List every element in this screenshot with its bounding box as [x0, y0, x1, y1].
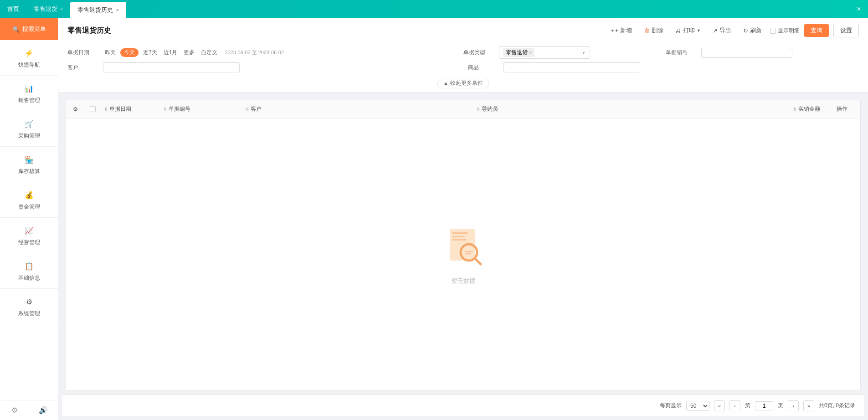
- sidebar-search-label: 搜索菜单: [22, 25, 46, 33]
- page-label: 第: [745, 402, 750, 410]
- svg-rect-2: [452, 236, 465, 237]
- print-label: 打印: [683, 26, 695, 35]
- doc-type-tag: 零售退货 ×: [503, 48, 535, 57]
- sidebar-item-system-label: 系统管理: [18, 310, 40, 318]
- content-area: 零售退货历史 + + 新增 🗑 删除 🖨 打印 ▼: [58, 18, 868, 420]
- settings-button[interactable]: 设置: [833, 24, 859, 37]
- col-number[interactable]: ⇅ 单据编号: [160, 105, 242, 113]
- sidebar-item-base[interactable]: 📋 基础信息: [0, 253, 58, 289]
- col-guide[interactable]: ⇅ 导购员: [473, 105, 546, 113]
- col-customer[interactable]: ⇅ 客户: [242, 105, 473, 113]
- svg-rect-1: [452, 232, 468, 234]
- display-toggle[interactable]: 显示明细: [770, 27, 800, 35]
- item-select[interactable]: ...: [503, 62, 640, 72]
- shortcut-today[interactable]: 今天: [120, 48, 139, 57]
- filter-row-2: 客户 ... 商品 ...: [67, 62, 859, 72]
- page-size-select[interactable]: 50 10 20 100: [686, 401, 709, 411]
- doc-number-input[interactable]: [701, 48, 792, 58]
- toolbar: + + 新增 🗑 删除 🖨 打印 ▼ ↗ 导出: [607, 24, 859, 37]
- item-placeholder: ...: [508, 64, 512, 71]
- tab-retail-return[interactable]: 零售退货 ×: [26, 0, 70, 18]
- doc-type-tag-close[interactable]: ×: [529, 50, 532, 55]
- empty-illustration: [441, 224, 486, 270]
- page-total-label: 页: [778, 402, 783, 410]
- query-button[interactable]: 查询: [804, 24, 829, 37]
- sidebar-item-finance[interactable]: 💰 资金管理: [0, 182, 58, 218]
- doc-type-select[interactable]: 零售退货 × ▼: [499, 46, 590, 59]
- sidebar-search[interactable]: 🔍 搜索菜单: [0, 18, 58, 40]
- shortcut-more[interactable]: 更多: [182, 48, 196, 57]
- sort-icon-number: ⇅: [164, 107, 167, 112]
- pagination-bar: 每页显示 50 10 20 100 « ‹ 第 页 › » 共0页, 0条记录: [62, 394, 864, 416]
- col-amount[interactable]: ⇅ 实销金额: [769, 105, 824, 113]
- shortcut-1month[interactable]: 近1月: [162, 48, 180, 57]
- export-button[interactable]: ↗ 导出: [709, 25, 735, 36]
- col-number-label: 单据编号: [169, 105, 190, 113]
- export-icon: ↗: [713, 27, 718, 34]
- svg-rect-3: [452, 239, 467, 241]
- sidebar-volume-btn[interactable]: 🔊: [29, 400, 58, 420]
- delete-label: 删除: [652, 26, 663, 35]
- refresh-icon: ↻: [743, 27, 748, 34]
- first-page-btn[interactable]: «: [714, 400, 725, 411]
- sidebar-item-operation[interactable]: 📈 经营管理: [0, 218, 58, 253]
- page-number-input[interactable]: [755, 401, 773, 410]
- customer-placeholder: ...: [107, 64, 112, 71]
- add-button[interactable]: + + 新增: [607, 25, 636, 36]
- prev-page-btn[interactable]: ‹: [729, 400, 740, 411]
- operation-icon: 📈: [23, 224, 36, 237]
- page-header: 零售退货历史 + + 新增 🗑 删除 🖨 打印 ▼: [58, 18, 868, 92]
- table-settings-icon[interactable]: ⚙: [66, 106, 84, 113]
- sidebar-item-inventory[interactable]: 🏪 库存核算: [0, 147, 58, 182]
- collapse-icon: ▲: [443, 80, 449, 87]
- sort-icon-guide: ⇅: [477, 107, 480, 112]
- sidebar-item-purchase-label: 采购管理: [18, 132, 40, 140]
- date-label: 单据日期: [67, 49, 99, 56]
- sidebar-item-quick-nav[interactable]: ⚡ 快捷导航: [0, 40, 58, 76]
- shortcut-7days[interactable]: 近7天: [141, 48, 159, 57]
- date-shortcuts: 昨天 今天 近7天 近1月 更多 自定义 2023-06-02 至 2023-0…: [103, 48, 284, 57]
- table-header: ⚙ ⇅ 单据日期 ⇅ 单据编号 ⇅ 客户: [66, 100, 860, 118]
- delete-button[interactable]: 🗑 删除: [640, 25, 667, 36]
- display-toggle-checkbox[interactable]: [770, 28, 776, 34]
- table-header-checkbox[interactable]: [84, 106, 101, 112]
- col-date-label: 单据日期: [109, 105, 131, 113]
- col-date[interactable]: ⇅ 单据日期: [101, 105, 160, 113]
- col-action-label: 操作: [837, 105, 847, 113]
- doc-type-tag-label: 零售退货: [506, 49, 528, 56]
- window-close-button[interactable]: ×: [850, 0, 868, 18]
- add-label: + 新增: [615, 26, 632, 35]
- sidebar-settings-btn[interactable]: ⚙: [0, 400, 29, 420]
- refresh-button[interactable]: ↻ 刷新: [740, 25, 765, 36]
- col-amount-label: 实销金额: [798, 105, 820, 113]
- sidebar-item-system[interactable]: ⚙ 系统管理: [0, 289, 58, 324]
- date-range-display: 2023-06-02 至 2023-06-02: [225, 49, 284, 56]
- tab-retail-return-close[interactable]: ×: [60, 6, 63, 12]
- print-button[interactable]: 🖨 打印 ▼: [672, 25, 704, 36]
- sort-icon-date: ⇅: [104, 107, 108, 112]
- customer-select[interactable]: ...: [103, 62, 240, 72]
- print-icon: 🖨: [675, 27, 681, 34]
- tab-home[interactable]: 首页: [0, 0, 26, 18]
- select-all-checkbox[interactable]: [90, 106, 96, 112]
- last-page-btn[interactable]: »: [803, 400, 814, 411]
- tab-retail-return-label: 零售退货: [34, 5, 57, 13]
- sidebar-item-finance-label: 资金管理: [18, 203, 40, 211]
- add-icon: +: [611, 27, 614, 34]
- sidebar-bottom: ⚙ 🔊: [0, 400, 58, 420]
- inventory-icon: 🏪: [23, 153, 36, 166]
- sidebar-item-base-label: 基础信息: [18, 274, 40, 282]
- col-guide-label: 导购员: [482, 105, 498, 113]
- sidebar-item-sales[interactable]: 📊 销售管理: [0, 76, 58, 111]
- item-label: 商品: [468, 64, 500, 72]
- shortcut-yesterday[interactable]: 昨天: [103, 48, 118, 57]
- tab-retail-return-history-close[interactable]: ×: [116, 7, 118, 13]
- collapse-button[interactable]: ▲ 收起更多条件: [437, 78, 489, 88]
- shortcut-custom[interactable]: 自定义: [199, 48, 219, 57]
- sidebar-item-operation-label: 经营管理: [18, 239, 40, 246]
- print-dropdown-icon: ▼: [697, 28, 701, 33]
- tab-retail-return-history[interactable]: 零售退货历史 ×: [70, 2, 126, 18]
- next-page-btn[interactable]: ›: [788, 400, 799, 411]
- sidebar-item-purchase[interactable]: 🛒 采购管理: [0, 111, 58, 147]
- collapse-bar: ▲ 收起更多条件: [67, 76, 859, 92]
